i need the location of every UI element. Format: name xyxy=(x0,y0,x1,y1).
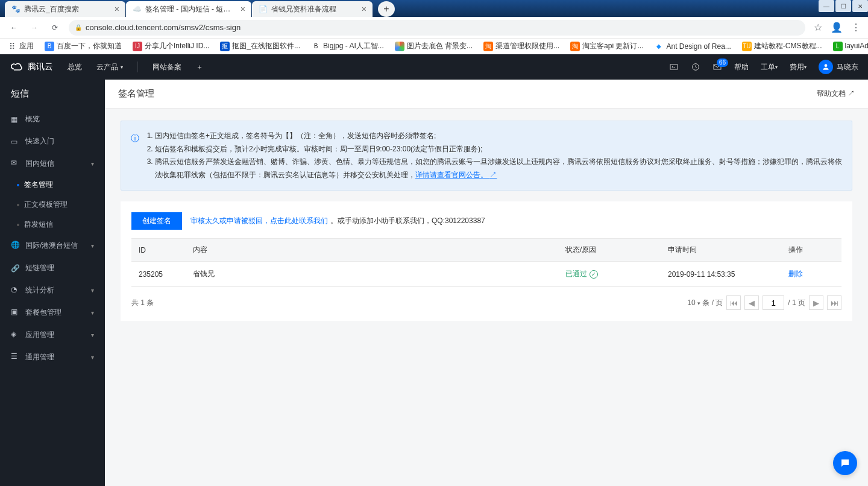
bookmark-item[interactable]: BBigjpg - AI人工智... xyxy=(311,41,384,51)
cell-content: 省钱兄 xyxy=(186,262,558,287)
minimize-window[interactable]: — xyxy=(819,0,834,12)
info-line-3: 腾讯云短信服务严禁发送金融营销、赌博、诈骗、涉黄、色情、暴力等违规信息，如您的腾… xyxy=(155,156,842,181)
browser-tab-0[interactable]: 🐾 腾讯云_百度搜索 × xyxy=(5,1,125,17)
last-page-button[interactable]: ⏭ xyxy=(827,295,841,310)
bookmark-item[interactable]: TU建站教程-CMS教程... xyxy=(742,41,822,51)
bookmark-item[interactable]: 淘渠道管理权限使用... xyxy=(483,41,559,51)
header-user[interactable]: 马晓东 xyxy=(819,60,858,74)
link-icon: 🔗 xyxy=(11,264,19,273)
sidebar-item-app[interactable]: ◈应用管理▾ xyxy=(0,324,105,346)
browser-tab-2[interactable]: 📄 省钱兄资料准备流程 × xyxy=(252,1,373,17)
stats-icon: ◔ xyxy=(11,285,19,295)
url-box[interactable]: 🔒 console.cloud.tencent.com/smsv2/csms-s… xyxy=(69,20,805,36)
close-icon[interactable]: × xyxy=(362,4,366,14)
new-tab-button[interactable]: + xyxy=(378,1,395,17)
chat-fab[interactable] xyxy=(833,451,857,475)
bookmark-item[interactable]: 抠抠图_在线抠图软件... xyxy=(220,41,300,51)
sidebar-item-general[interactable]: ☰通用管理▾ xyxy=(0,346,105,368)
sidebar-item-quickstart[interactable]: ▭快速入门 xyxy=(0,130,105,153)
header-ticket[interactable]: 工单 ▾ xyxy=(761,62,778,72)
cell-time: 2019-09-11 14:53:35 xyxy=(661,262,781,287)
content-card: 创建签名 审核太久或申请被驳回，点击此处联系我们 。或手动添加小助手联系我们，Q… xyxy=(121,201,852,321)
bookmark-item[interactable]: 淘淘宝客api 更新订... xyxy=(570,41,643,51)
address-bar: ← → ⟳ 🔒 console.cloud.tencent.com/smsv2/… xyxy=(0,17,868,39)
sidebar: 短信 ▦概览 ▭快速入门 ✉国内短信▾ 签名管理 正文模板管理 群发短信 🌐国际… xyxy=(0,80,105,486)
page-input[interactable] xyxy=(763,295,784,310)
sidebar-item-mass[interactable]: 群发短信 xyxy=(0,215,105,235)
sidebar-item-sign[interactable]: 签名管理 xyxy=(0,175,105,195)
bookmark-item[interactable]: ◆Ant Design of Rea... xyxy=(654,42,731,51)
bookmark-item[interactable]: IJ分享几个IntelliJ ID... xyxy=(133,41,209,51)
close-icon[interactable]: × xyxy=(241,4,245,14)
brand-logo[interactable]: 腾讯云 xyxy=(10,60,53,74)
favicon-doc: 📄 xyxy=(258,4,268,14)
chevron-down-icon: ▾ xyxy=(121,65,123,70)
bookmark-item[interactable]: 图片去底色 背景变... xyxy=(395,41,473,51)
bookmark-item[interactable]: B百度一下，你就知道 xyxy=(45,41,122,51)
chevron-down-icon: ▾ xyxy=(91,160,94,167)
per-page-select[interactable]: 10 ▾ 条 / 页 xyxy=(687,298,723,308)
sidebar-item-intl[interactable]: 🌐国际/港澳台短信▾ xyxy=(0,235,105,257)
sidebar-item-package[interactable]: ▣套餐包管理▾ xyxy=(0,301,105,324)
app-icon: ◈ xyxy=(11,330,19,340)
favicon-baidu: 🐾 xyxy=(11,4,20,14)
chevron-down-icon: ▾ xyxy=(775,65,778,70)
maximize-window[interactable]: ☐ xyxy=(835,0,851,12)
browser-tab-1[interactable]: ☁️ 签名管理 - 国内短信 - 短信 - 控... × xyxy=(126,1,251,17)
table-row: 235205 省钱兄 已通过✓ 2019-09-11 14:53:35 删除 xyxy=(131,262,841,287)
nav-products[interactable]: 云产品 ▾ xyxy=(96,62,123,72)
sidebar-item-template[interactable]: 正文模板管理 xyxy=(0,195,105,215)
star-icon[interactable]: ☆ xyxy=(814,22,822,33)
close-window[interactable]: ✕ xyxy=(852,0,868,12)
nav-add[interactable]: ＋ xyxy=(196,62,203,72)
chevron-down-icon: ▾ xyxy=(91,287,94,294)
header-cli-icon[interactable] xyxy=(669,62,679,72)
sidebar-item-domestic[interactable]: ✉国内短信▾ xyxy=(0,153,105,175)
cell-status: 已通过✓ xyxy=(558,262,661,287)
sidebar-item-overview[interactable]: ▦概览 xyxy=(0,108,105,130)
pagination: 共 1 条 10 ▾ 条 / 页 ⏮ ◀ / 1 页 ▶ ⏭ xyxy=(131,295,841,310)
header-billing[interactable]: 费用 ▾ xyxy=(790,62,807,72)
header-messages-icon[interactable]: 66 xyxy=(712,62,722,72)
chevron-down-icon: ▾ xyxy=(697,300,700,306)
bookmark-item[interactable]: LlayuiAdmin - 通用... xyxy=(833,41,868,51)
cell-id: 235205 xyxy=(131,262,186,287)
check-icon: ✓ xyxy=(590,270,598,279)
package-icon: ▣ xyxy=(11,308,19,318)
quickstart-icon: ▭ xyxy=(11,137,19,146)
chevron-down-icon: ▾ xyxy=(804,65,807,70)
col-content: 内容 xyxy=(186,239,558,262)
notice-link[interactable]: 详情请查看官网公告。 ↗ xyxy=(415,171,497,179)
nav-beian[interactable]: 网站备案 xyxy=(153,62,181,72)
overview-icon: ▦ xyxy=(11,115,19,124)
page-total: / 1 页 xyxy=(788,298,805,308)
sidebar-item-shortlink[interactable]: 🔗短链管理 xyxy=(0,257,105,279)
forward-icon[interactable]: → xyxy=(28,21,41,34)
back-icon[interactable]: ← xyxy=(7,21,20,34)
first-page-button[interactable]: ⏮ xyxy=(726,295,741,310)
chat-icon xyxy=(840,458,851,469)
menu-icon[interactable]: ⋮ xyxy=(851,22,861,33)
sidebar-item-stats[interactable]: ◔统计分析▾ xyxy=(0,279,105,301)
create-sign-button[interactable]: 创建签名 xyxy=(131,212,182,230)
review-contact-link[interactable]: 审核太久或申请被驳回，点击此处联系我们 xyxy=(190,216,328,226)
apps-button[interactable]: ⠿应用 xyxy=(7,41,34,51)
sidebar-title: 短信 xyxy=(0,80,105,108)
header-clock-icon[interactable] xyxy=(691,62,700,72)
mail-icon: ✉ xyxy=(11,159,19,169)
nav-overview[interactable]: 总览 xyxy=(68,62,82,72)
page-title: 签名管理 xyxy=(118,88,154,99)
reload-icon[interactable]: ⟳ xyxy=(48,21,61,34)
chevron-down-icon: ▾ xyxy=(91,332,94,338)
help-doc-link[interactable]: 帮助文档 ↗ xyxy=(817,89,855,99)
delete-link[interactable]: 删除 xyxy=(788,270,803,278)
close-icon[interactable]: × xyxy=(115,4,119,14)
tab-title: 签名管理 - 国内短信 - 短信 - 控... xyxy=(145,4,237,14)
brand-text: 腾讯云 xyxy=(28,62,53,72)
cloud-icon xyxy=(10,60,24,74)
profile-icon[interactable]: 👤 xyxy=(831,22,843,33)
cell-op: 删除 xyxy=(781,262,841,287)
header-help[interactable]: 帮助 xyxy=(734,62,749,72)
next-page-button[interactable]: ▶ xyxy=(809,295,823,310)
prev-page-button[interactable]: ◀ xyxy=(744,295,759,310)
